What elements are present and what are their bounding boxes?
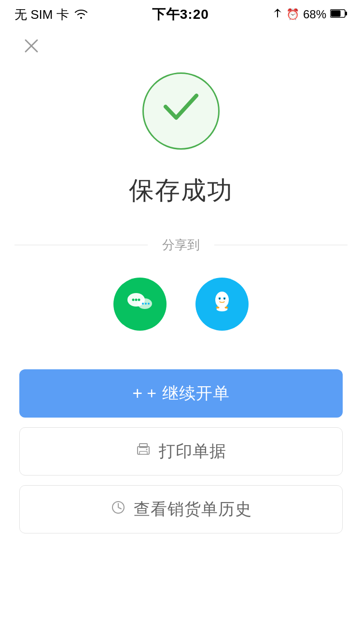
status-right: ⏰ 68% — [273, 8, 348, 21]
history-label: 查看销货单历史 — [134, 498, 252, 520]
print-button[interactable]: 打印单据 — [19, 427, 343, 476]
battery-icon — [330, 8, 348, 21]
svg-point-8 — [132, 298, 135, 301]
checkmark-icon — [162, 90, 200, 130]
share-divider: 分享到 — [0, 237, 362, 253]
sim-text: 无 SIM 卡 — [14, 6, 69, 23]
history-button[interactable]: 查看销货单历史 — [19, 485, 343, 533]
alarm-icon: ⏰ — [286, 8, 299, 21]
svg-point-10 — [138, 298, 140, 301]
print-icon — [136, 442, 151, 461]
print-label: 打印单据 — [159, 440, 226, 462]
success-circle — [142, 72, 220, 150]
battery-percentage: 68% — [303, 8, 326, 21]
svg-point-23 — [225, 307, 228, 308]
history-icon — [111, 500, 126, 519]
wifi-icon — [74, 7, 88, 22]
continue-order-button[interactable]: + + 继续开单 — [19, 369, 343, 418]
svg-rect-26 — [139, 451, 147, 454]
svg-point-19 — [219, 298, 220, 299]
qq-share-button[interactable] — [195, 278, 249, 331]
action-buttons: + + 继续开单 打印单据 查看销货单历史 — [0, 369, 362, 533]
qq-icon — [208, 287, 236, 321]
svg-point-13 — [148, 303, 150, 305]
svg-point-9 — [135, 298, 138, 301]
wechat-icon — [125, 288, 154, 321]
location-icon — [273, 8, 282, 21]
svg-rect-3 — [331, 11, 340, 17]
status-left: 无 SIM 卡 — [14, 6, 88, 23]
wechat-share-button[interactable] — [113, 278, 167, 331]
svg-point-22 — [216, 307, 220, 308]
share-label: 分享到 — [162, 237, 200, 253]
close-button[interactable] — [19, 34, 43, 58]
plus-icon: + — [132, 383, 143, 404]
svg-point-12 — [145, 303, 147, 305]
svg-rect-2 — [345, 12, 347, 15]
svg-point-27 — [146, 449, 148, 450]
continue-order-label: + 继续开单 — [147, 382, 229, 405]
share-icons — [113, 278, 249, 331]
svg-point-20 — [224, 298, 225, 299]
success-title: 保存成功 — [129, 174, 233, 208]
svg-point-11 — [142, 303, 144, 305]
status-time: 下午3:20 — [152, 5, 209, 24]
status-bar: 无 SIM 卡 下午3:20 ⏰ 68% — [0, 0, 362, 29]
main-content: 保存成功 分享到 — [0, 29, 362, 533]
